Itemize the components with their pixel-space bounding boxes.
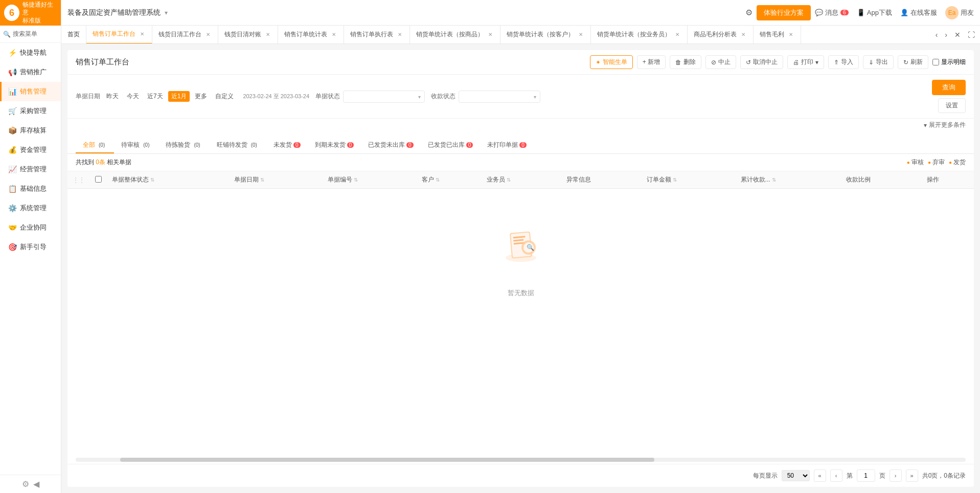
- print-btn[interactable]: 🖨 打印 ▾: [787, 55, 824, 69]
- expand-filter-btn[interactable]: ▾ 展开更多条件: [924, 121, 966, 129]
- filter-payment-select[interactable]: [459, 91, 540, 103]
- horizontal-scrollbar[interactable]: [76, 458, 966, 462]
- sort-date-icon[interactable]: ⇅: [260, 177, 264, 183]
- export-btn[interactable]: ⇓ 导出: [863, 55, 894, 69]
- refresh-btn[interactable]: ↻ 刷新: [898, 55, 928, 69]
- tab-close-profit[interactable]: ✕: [787, 31, 794, 38]
- filter-date-1month[interactable]: 近1月: [168, 91, 190, 102]
- topbar-gear-icon[interactable]: ⚙: [745, 8, 753, 17]
- select-all-checkbox[interactable]: [95, 176, 102, 183]
- tab-close-sales-stat[interactable]: ✕: [330, 31, 337, 38]
- sub-tab-pending-check[interactable]: 待拣验货(0): [158, 138, 209, 153]
- last-page-btn[interactable]: »: [906, 469, 918, 482]
- search-menu[interactable]: 🔍 搜索菜单: [0, 26, 61, 43]
- sidebar-item-corp[interactable]: 🤝 企业协同: [0, 218, 61, 237]
- sidebar-item-finance[interactable]: 💰 资金管理: [0, 140, 61, 160]
- add-btn[interactable]: + 新增: [637, 55, 666, 69]
- tab-cash-daily[interactable]: 钱货日清工作台 ✕: [152, 26, 218, 44]
- filter-date-yesterday[interactable]: 昨天: [103, 91, 122, 102]
- next-page-btn[interactable]: ›: [890, 469, 902, 482]
- tab-close-margin[interactable]: ✕: [740, 31, 747, 38]
- collapse-icon[interactable]: ◀: [33, 479, 39, 489]
- purchase-icon: 🛒: [8, 106, 17, 116]
- tab-sales-order[interactable]: 销售订单工作台 ✕: [86, 26, 152, 44]
- import-btn[interactable]: ⇑ 导入: [828, 55, 859, 69]
- sidebar-item-marketing[interactable]: 📢 营销推广: [0, 62, 61, 82]
- tab-sales-stat-customer[interactable]: 销货单统计表（按客户） ✕: [500, 26, 591, 44]
- tab-close-cash-check[interactable]: ✕: [264, 31, 271, 38]
- tabs-close-btn[interactable]: ✕: [951, 30, 964, 40]
- tab-sales-profit[interactable]: 销售毛利 ✕: [754, 26, 801, 44]
- sub-tab-shipped-not-out[interactable]: 已发货未出库0: [361, 138, 421, 153]
- tabs-prev-btn[interactable]: ‹: [932, 30, 941, 40]
- tab-close-staff[interactable]: ✕: [674, 31, 681, 38]
- app-download-btn[interactable]: 📱 App下载: [857, 8, 892, 17]
- cancel-review-dot: ●: [928, 160, 931, 165]
- tab-cash-check[interactable]: 钱货日清对账 ✕: [218, 26, 278, 44]
- tabs-next-btn[interactable]: ›: [942, 30, 950, 40]
- sub-tab-overdue-ship[interactable]: 到期未发货0: [308, 138, 361, 153]
- query-btn[interactable]: 查询: [932, 80, 966, 95]
- stop-btn[interactable]: ⊘ 中止: [705, 55, 736, 69]
- settings-icon[interactable]: ⚙: [22, 479, 29, 489]
- sidebar-item-sales[interactable]: 📊 销售管理: [0, 82, 61, 101]
- sidebar-item-purchase[interactable]: 🛒 采购管理: [0, 101, 61, 121]
- ship-btn[interactable]: ● 发货: [949, 158, 966, 167]
- sort-collected-icon[interactable]: ⇅: [772, 177, 776, 183]
- sort-staff-icon[interactable]: ⇅: [507, 177, 511, 183]
- tab-sales-exec[interactable]: 销售订单执行表 ✕: [344, 26, 410, 44]
- sort-number-icon[interactable]: ⇅: [354, 177, 358, 183]
- col-checkbox[interactable]: [90, 171, 107, 189]
- filter-date-today[interactable]: 今天: [124, 91, 142, 102]
- tab-close-product[interactable]: ✕: [487, 31, 494, 38]
- user-btn[interactable]: Ea 用友: [945, 6, 974, 19]
- scrollbar-thumb[interactable]: [120, 458, 654, 462]
- filter-date-more[interactable]: 更多: [192, 91, 210, 102]
- sub-tab-all[interactable]: 全部(0): [76, 138, 114, 153]
- filter-date-custom[interactable]: 自定义: [212, 91, 237, 102]
- filter-status-select[interactable]: [343, 91, 425, 103]
- prev-page-btn[interactable]: ‹: [830, 469, 842, 482]
- sidebar-item-system[interactable]: ⚙️ 系统管理: [0, 198, 61, 218]
- panel-title: 销售订单工作台: [76, 57, 129, 67]
- ai-generate-btn[interactable]: ✦ 智能生单: [590, 55, 633, 69]
- message-btn[interactable]: 💬 消息 6: [815, 8, 849, 17]
- topbar-dropdown-icon[interactable]: ▾: [165, 9, 168, 16]
- page-input[interactable]: [857, 469, 875, 482]
- tab-sales-stat[interactable]: 销售订单统计表 ✕: [278, 26, 344, 44]
- trial-btn[interactable]: 体验行业方案: [757, 5, 811, 20]
- tab-close-customer[interactable]: ✕: [577, 31, 584, 38]
- tab-sales-stat-product[interactable]: 销货单统计表（按商品） ✕: [410, 26, 500, 44]
- delete-btn[interactable]: 🗑 删除: [670, 55, 701, 69]
- filter-date-7days[interactable]: 近7天: [144, 91, 166, 102]
- tab-product-margin[interactable]: 商品毛利分析表 ✕: [688, 26, 754, 44]
- sub-tab-unprinted[interactable]: 未打印单据0: [480, 138, 534, 153]
- review-btn[interactable]: ● 审核: [907, 158, 924, 167]
- sidebar-item-base[interactable]: 📋 基础信息: [0, 179, 61, 198]
- sidebar-item-inventory[interactable]: 📦 库存核算: [0, 121, 61, 140]
- sort-customer-icon[interactable]: ⇅: [436, 177, 440, 183]
- tab-close-sales-exec[interactable]: ✕: [396, 31, 403, 38]
- page-size-select[interactable]: 50 10 20 100: [782, 470, 810, 481]
- tab-sales-stat-staff[interactable]: 销货单统计表（按业务员） ✕: [591, 26, 688, 44]
- show-detail-checkbox[interactable]: [932, 59, 939, 65]
- sub-tab-pending-review[interactable]: 待审核(0): [114, 138, 158, 153]
- sidebar-item-guide[interactable]: 🎯 新手引导: [0, 237, 61, 257]
- sub-tab-shipped-out[interactable]: 已发货已出库0: [421, 138, 481, 153]
- sidebar-item-operation[interactable]: 📈 经营管理: [0, 160, 61, 179]
- sub-tab-wangpu-ship[interactable]: 旺铺待发货(0): [210, 138, 266, 153]
- set-btn[interactable]: 设置: [938, 98, 966, 113]
- tab-close-sales-order[interactable]: ✕: [139, 31, 146, 37]
- sub-tab-not-shipped[interactable]: 未发货0: [266, 138, 308, 153]
- sort-status-icon[interactable]: ⇅: [150, 177, 154, 183]
- tabs-fullscreen-btn[interactable]: ⛶: [965, 30, 978, 40]
- sort-amount-icon[interactable]: ⇅: [673, 177, 677, 183]
- online-service-btn[interactable]: 👤 在线客服: [900, 8, 937, 17]
- cancel-review-btn[interactable]: ● 弃审: [928, 158, 945, 167]
- tab-home[interactable]: 首页: [61, 26, 86, 44]
- first-page-btn[interactable]: «: [814, 469, 826, 482]
- sidebar-item-quick-nav[interactable]: ⚡ 快捷导航: [0, 43, 61, 62]
- show-detail-label[interactable]: 显示明细: [932, 58, 966, 66]
- cancel-stop-btn[interactable]: ↺ 取消中止: [740, 55, 783, 69]
- tab-close-cash-daily[interactable]: ✕: [204, 31, 212, 38]
